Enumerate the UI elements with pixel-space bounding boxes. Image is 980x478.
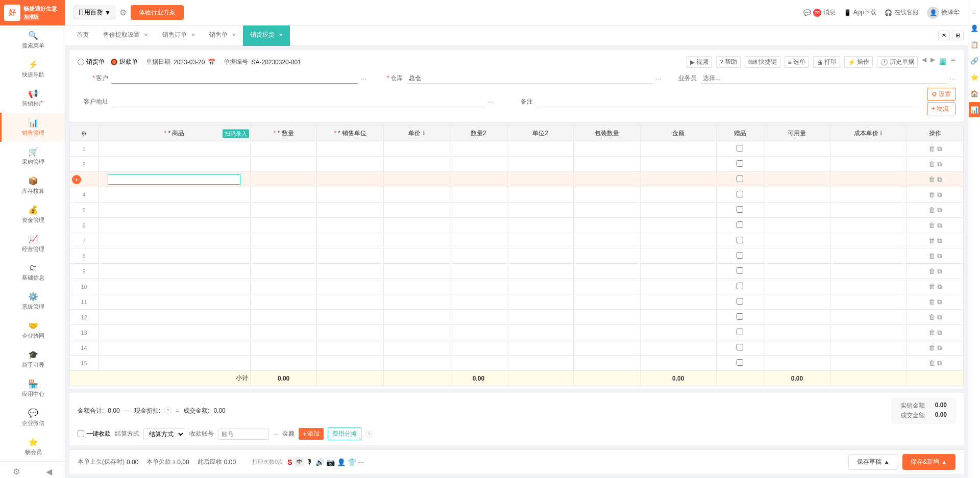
row-price-3[interactable] bbox=[383, 172, 450, 187]
row-unit2-14[interactable] bbox=[507, 340, 573, 356]
row-cost-11[interactable] bbox=[830, 294, 906, 310]
sidebar-item-basic[interactable]: 🗂 基础信息 bbox=[0, 258, 65, 287]
row-amount-14[interactable] bbox=[640, 340, 716, 356]
row-avail-5[interactable] bbox=[764, 203, 830, 218]
row-cost-2[interactable] bbox=[830, 157, 906, 172]
gift-checkbox-5[interactable] bbox=[737, 206, 743, 213]
video-button[interactable]: ▶ 视频 bbox=[687, 56, 712, 68]
tab-home[interactable]: 首页 bbox=[69, 26, 96, 46]
shortcut-button[interactable]: ⌨ 快捷键 bbox=[745, 56, 780, 68]
print-button[interactable]: 🖨 打印 bbox=[813, 56, 840, 68]
row-gift-13[interactable] bbox=[716, 325, 764, 340]
product-input-3[interactable] bbox=[108, 174, 240, 185]
row-unit2-10[interactable] bbox=[507, 279, 573, 294]
sidebar-item-enterprise[interactable]: 🤝 企业协同 bbox=[0, 316, 65, 345]
gift-checkbox-11[interactable] bbox=[737, 298, 743, 305]
sidebar-item-system[interactable]: ⚙️ 系统管理 bbox=[0, 287, 65, 316]
settings-form-button[interactable]: ⚙ 设置 bbox=[927, 88, 955, 100]
row-avail-6[interactable] bbox=[764, 218, 830, 233]
delete-icon-3[interactable]: 🗑 bbox=[928, 175, 935, 183]
row-avail-9[interactable] bbox=[764, 264, 830, 279]
select-button[interactable]: ≡ 选单 bbox=[785, 56, 809, 68]
prev-icon[interactable]: ◀ bbox=[922, 56, 926, 68]
row-qty-6[interactable] bbox=[250, 218, 316, 233]
row-product-14[interactable] bbox=[98, 340, 250, 356]
row-cost-10[interactable] bbox=[830, 279, 906, 294]
row-price-5[interactable] bbox=[383, 203, 450, 218]
row-packqty-9[interactable] bbox=[574, 264, 640, 279]
right-panel-icon-7[interactable]: 📊 bbox=[969, 102, 980, 117]
row-unit-10[interactable] bbox=[317, 279, 383, 294]
row-amount-2[interactable] bbox=[640, 157, 716, 172]
row-unit-14[interactable] bbox=[317, 340, 383, 356]
row-ops-5[interactable]: 🗑 ⧉ bbox=[906, 203, 964, 218]
row-amount-4[interactable] bbox=[640, 187, 716, 203]
info-icon2[interactable]: ? bbox=[164, 407, 172, 414]
gift-checkbox-13[interactable] bbox=[737, 329, 743, 335]
row-price-9[interactable] bbox=[383, 264, 450, 279]
row-packqty-10[interactable] bbox=[574, 279, 640, 294]
expand-tab-button[interactable]: ⊞ bbox=[952, 31, 964, 40]
row-unit-8[interactable] bbox=[317, 248, 383, 264]
customer-dots[interactable]: ··· bbox=[361, 74, 367, 83]
row-packqty-1[interactable] bbox=[574, 141, 640, 157]
gift-checkbox-14[interactable] bbox=[737, 344, 743, 350]
account-input[interactable] bbox=[218, 429, 269, 440]
row-qty-5[interactable] bbox=[250, 203, 316, 218]
row-avail-12[interactable] bbox=[764, 310, 830, 325]
row-amount-1[interactable] bbox=[640, 141, 716, 157]
copy-icon-4[interactable]: ⧉ bbox=[937, 191, 942, 199]
right-panel-icon-4[interactable]: 🔗 bbox=[969, 53, 980, 68]
row-product-6[interactable] bbox=[98, 218, 250, 233]
copy-icon-1[interactable]: ⧉ bbox=[937, 145, 942, 153]
row-price-14[interactable] bbox=[383, 340, 450, 356]
row-amount-8[interactable] bbox=[640, 248, 716, 264]
gift-checkbox-10[interactable] bbox=[737, 283, 743, 289]
logistics-button[interactable]: + 物流 bbox=[927, 103, 955, 115]
barcode-button[interactable]: 扫码录入 bbox=[223, 129, 249, 138]
row-qty2-11[interactable] bbox=[450, 294, 507, 310]
row-ops-12[interactable]: 🗑 ⧉ bbox=[906, 310, 964, 325]
row-ops-11[interactable]: 🗑 ⧉ bbox=[906, 294, 964, 310]
settlement-select[interactable]: 结算方式 bbox=[143, 428, 185, 440]
row-gift-12[interactable] bbox=[716, 310, 764, 325]
row-unit-9[interactable] bbox=[317, 264, 383, 279]
right-panel-icon-2[interactable]: 👤 bbox=[969, 20, 980, 36]
question-icon[interactable]: ? bbox=[365, 431, 373, 438]
tab-close-sales-order[interactable]: ✕ bbox=[191, 32, 195, 38]
row-qty-9[interactable] bbox=[250, 264, 316, 279]
row-qty2-15[interactable] bbox=[450, 356, 507, 371]
sidebar-item-member[interactable]: ⭐ 畅会员 bbox=[0, 432, 65, 461]
row-price-11[interactable] bbox=[383, 294, 450, 310]
row-unit2-12[interactable] bbox=[507, 310, 573, 325]
row-gift-10[interactable] bbox=[716, 279, 764, 294]
row-qty-15[interactable] bbox=[250, 356, 316, 371]
row-packqty-6[interactable] bbox=[574, 218, 640, 233]
radio-return[interactable]: 退款单 bbox=[111, 58, 138, 66]
salesperson-input[interactable] bbox=[700, 73, 946, 84]
right-panel-icon-5[interactable]: ⭐ bbox=[969, 69, 980, 85]
gift-checkbox-9[interactable] bbox=[737, 267, 743, 274]
gift-checkbox-7[interactable] bbox=[737, 237, 743, 243]
gift-checkbox-4[interactable] bbox=[737, 191, 743, 197]
row-price-6[interactable] bbox=[383, 218, 450, 233]
close-tab-button[interactable]: ✕ bbox=[938, 31, 950, 40]
row-product-10[interactable] bbox=[98, 279, 250, 294]
right-panel-icon-6[interactable]: 🏠 bbox=[969, 86, 980, 101]
row-product-1[interactable] bbox=[98, 141, 250, 157]
row-gift-8[interactable] bbox=[716, 248, 764, 264]
gift-checkbox-12[interactable] bbox=[737, 313, 743, 320]
row-unit2-6[interactable] bbox=[507, 218, 573, 233]
calendar-icon[interactable]: 📅 bbox=[208, 59, 215, 66]
row-price-15[interactable] bbox=[383, 356, 450, 371]
row-qty2-8[interactable] bbox=[450, 248, 507, 264]
row-avail-1[interactable] bbox=[764, 141, 830, 157]
row-packqty-14[interactable] bbox=[574, 340, 640, 356]
row-price-8[interactable] bbox=[383, 248, 450, 264]
delete-icon-6[interactable]: 🗑 bbox=[928, 221, 935, 229]
copy-icon-3[interactable]: ⧉ bbox=[937, 175, 942, 184]
row-ops-13[interactable]: 🗑 ⧉ bbox=[906, 325, 964, 340]
online-service-item[interactable]: 🎧 在线客服 bbox=[885, 8, 919, 17]
row-price-7[interactable] bbox=[383, 233, 450, 248]
row-avail-4[interactable] bbox=[764, 187, 830, 203]
